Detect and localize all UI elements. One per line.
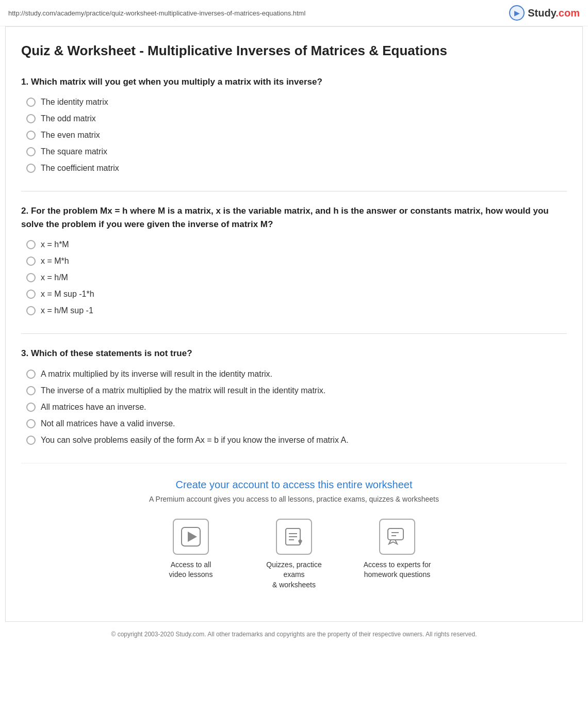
top-bar: http://study.com/academy/practice/quiz-w… — [0, 0, 588, 26]
divider — [21, 191, 567, 191]
option-label: x = h/M — [41, 273, 68, 282]
cta-title: Create your account to access this entir… — [31, 479, 557, 491]
question-3-text: 3. Which of these statements is not true… — [21, 347, 567, 360]
question-2: 2. For the problem Mx = h where M is a m… — [21, 204, 567, 315]
quiz-icon — [276, 519, 312, 555]
feature-experts: Access to experts forhomework questions — [361, 519, 433, 590]
option-label: Not all matrices have a valid inverse. — [41, 419, 175, 428]
experts-icon — [379, 519, 415, 555]
radio-q1-opt3[interactable] — [26, 131, 36, 140]
radio-q2-opt2[interactable] — [26, 256, 36, 266]
feature-experts-label: Access to experts forhomework questions — [364, 560, 431, 580]
radio-q2-opt3[interactable] — [26, 273, 36, 282]
radio-q3-opt4[interactable] — [26, 419, 36, 428]
option-label: The coefficient matrix — [41, 164, 119, 173]
cta-subtitle: A Premium account gives you access to al… — [31, 495, 557, 503]
radio-q3-opt3[interactable] — [26, 403, 36, 412]
option-label: x = M sup -1*h — [41, 290, 94, 299]
option-row[interactable]: x = h/M sup -1 — [21, 306, 567, 315]
option-row[interactable]: A matrix multiplied by its inverse will … — [21, 370, 567, 379]
features-row: Access to allvideo lessons Quizzes, prac… — [31, 519, 557, 590]
radio-q2-opt4[interactable] — [26, 290, 36, 299]
question-2-text: 2. For the problem Mx = h where M is a m… — [21, 204, 567, 231]
option-row[interactable]: The inverse of a matrix multiplied by th… — [21, 386, 567, 395]
option-label: x = h/M sup -1 — [41, 306, 93, 315]
logo-icon: ▶ — [509, 5, 525, 21]
option-label: The even matrix — [41, 131, 100, 140]
page-title: Quiz & Worksheet - Multiplicative Invers… — [21, 42, 567, 60]
radio-q3-opt2[interactable] — [26, 386, 36, 395]
radio-q1-opt5[interactable] — [26, 164, 36, 173]
option-row[interactable]: The even matrix — [21, 131, 567, 140]
logo: ▶ Study.com — [509, 5, 580, 21]
option-label: All matrices have an inverse. — [41, 403, 146, 412]
radio-q2-opt5[interactable] — [26, 306, 36, 315]
option-label: A matrix multiplied by its inverse will … — [41, 370, 272, 379]
option-label: The inverse of a matrix multiplied by th… — [41, 386, 325, 395]
radio-q2-opt1[interactable] — [26, 240, 36, 249]
question-1-text: 1. Which matrix will you get when you mu… — [21, 75, 567, 89]
option-row[interactable]: The square matrix — [21, 147, 567, 156]
feature-quizzes: Quizzes, practice exams& worksheets — [258, 519, 330, 590]
cta-section: Create your account to access this entir… — [21, 463, 567, 611]
radio-q3-opt5[interactable] — [26, 436, 36, 445]
radio-q1-opt2[interactable] — [26, 114, 36, 123]
option-row[interactable]: x = M*h — [21, 256, 567, 266]
feature-quizzes-label: Quizzes, practice exams& worksheets — [258, 560, 330, 590]
option-label: The identity matrix — [41, 98, 108, 107]
logo-text: Study.com — [528, 7, 580, 19]
option-row[interactable]: The identity matrix — [21, 98, 567, 107]
svg-rect-6 — [388, 528, 403, 540]
footer: © copyright 2003-2020 Study.com. All oth… — [0, 622, 588, 647]
option-row[interactable]: You can solve problems easily of the for… — [21, 436, 567, 445]
radio-q1-opt1[interactable] — [26, 98, 36, 107]
svg-marker-1 — [188, 532, 197, 542]
option-row[interactable]: The coefficient matrix — [21, 164, 567, 173]
divider — [21, 333, 567, 334]
radio-q1-opt4[interactable] — [26, 147, 36, 156]
option-row[interactable]: All matrices have an inverse. — [21, 403, 567, 412]
option-row[interactable]: x = h/M — [21, 273, 567, 282]
option-label: x = h*M — [41, 240, 69, 249]
option-label: You can solve problems easily of the for… — [41, 436, 349, 445]
feature-video: Access to allvideo lessons — [155, 519, 227, 590]
radio-q3-opt1[interactable] — [26, 370, 36, 379]
option-row[interactable]: Not all matrices have a valid inverse. — [21, 419, 567, 428]
option-row[interactable]: x = M sup -1*h — [21, 290, 567, 299]
question-3: 3. Which of these statements is not true… — [21, 347, 567, 445]
main-content: Quiz & Worksheet - Multiplicative Invers… — [5, 26, 583, 622]
feature-video-label: Access to allvideo lessons — [169, 560, 213, 580]
option-label: The square matrix — [41, 147, 107, 156]
option-label: The odd matrix — [41, 114, 96, 123]
url-bar: http://study.com/academy/practice/quiz-w… — [8, 9, 305, 17]
option-row[interactable]: x = h*M — [21, 240, 567, 249]
video-icon — [173, 519, 209, 555]
question-1: 1. Which matrix will you get when you mu… — [21, 75, 567, 173]
option-row[interactable]: The odd matrix — [21, 114, 567, 123]
option-label: x = M*h — [41, 256, 69, 266]
